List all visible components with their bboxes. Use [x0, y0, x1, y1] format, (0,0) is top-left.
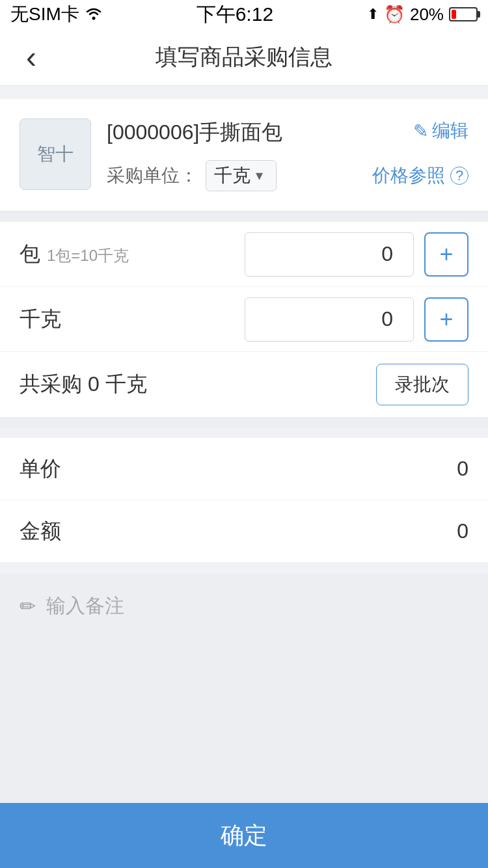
total-text: 共采购 0 千克: [20, 370, 147, 399]
product-card: 智十 [0000006]手撕面包 ✎ 编辑 采购单位： 千克 ▾ 价格参照 ?: [0, 99, 488, 211]
bag-sub-label: 1包=10千克: [47, 245, 129, 266]
bag-label-group: 包 1包=10千克: [20, 240, 150, 269]
product-logo: 智十: [37, 142, 74, 167]
section-divider-2: [0, 417, 488, 427]
amount-value: 0: [457, 519, 468, 543]
nav-bar: ‹ 填写商品采购信息: [0, 29, 488, 86]
battery-percent: 20%: [410, 5, 444, 25]
location-icon: ⬆: [367, 6, 379, 23]
svg-point-0: [92, 17, 95, 20]
plus-icon-2: +: [439, 306, 453, 333]
unit-select-dropdown[interactable]: 千克 ▾: [206, 160, 277, 191]
section-divider-1: [0, 211, 488, 222]
confirm-button[interactable]: 确定: [0, 803, 488, 868]
batch-button[interactable]: 录批次: [376, 364, 468, 405]
unit-price-value: 0: [457, 457, 468, 481]
kg-quantity-input[interactable]: [245, 297, 414, 342]
status-left: 无SIM卡: [10, 2, 103, 27]
status-right: ⬆ ⏰ 20%: [367, 5, 478, 25]
info-icon: ?: [450, 167, 468, 185]
wifi-icon: [85, 4, 103, 25]
note-placeholder-text: 输入备注: [46, 593, 124, 619]
unit-price-row: 单价 0: [0, 438, 488, 500]
plus-icon: +: [439, 241, 453, 268]
chevron-down-icon: ▾: [256, 167, 263, 184]
battery-fill: [452, 10, 456, 19]
product-image: 智十: [20, 118, 91, 190]
battery-icon: [449, 7, 478, 21]
kg-main-label: 千克: [20, 305, 61, 334]
amount-row: 金额 0: [0, 500, 488, 563]
price-section: 单价 0 金额 0: [0, 438, 488, 563]
unit-price-label: 单价: [20, 455, 61, 483]
alarm-icon: ⏰: [384, 5, 405, 25]
kg-input-right: +: [150, 297, 468, 342]
unit-value: 千克: [214, 163, 251, 188]
back-button[interactable]: ‹: [20, 33, 43, 81]
product-header: [0000006]手撕面包 ✎ 编辑: [107, 118, 468, 147]
bag-plus-button[interactable]: +: [424, 232, 468, 277]
kg-plus-button[interactable]: +: [424, 297, 468, 342]
kg-input-row: 千克 +: [0, 287, 488, 352]
product-unit-row: 采购单位： 千克 ▾ 价格参照 ?: [107, 160, 468, 191]
total-row: 共采购 0 千克 录批次: [0, 352, 488, 417]
kg-label-group: 千克: [20, 305, 150, 334]
status-time: 下午6:12: [197, 1, 273, 28]
edit-icon: ✎: [413, 120, 428, 142]
unit-label: 采购单位：: [107, 163, 198, 188]
product-name: [0000006]手撕面包: [107, 118, 282, 147]
unit-selector: 采购单位： 千克 ▾: [107, 160, 277, 191]
input-section: 包 1包=10千克 + 千克 + 共采购 0 千克 录批次: [0, 222, 488, 417]
status-bar: 无SIM卡 下午6:12 ⬆ ⏰ 20%: [0, 0, 488, 29]
bag-input-row: 包 1包=10千克 +: [0, 222, 488, 287]
product-info: [0000006]手撕面包 ✎ 编辑 采购单位： 千克 ▾ 价格参照 ?: [107, 118, 468, 191]
bag-quantity-input[interactable]: [245, 232, 414, 277]
page-title: 填写商品采购信息: [156, 42, 332, 72]
bag-main-label: 包: [20, 240, 40, 269]
note-section[interactable]: ✏ 输入备注: [0, 573, 488, 639]
carrier-text: 无SIM卡: [10, 2, 79, 27]
edit-button[interactable]: ✎ 编辑: [413, 118, 468, 143]
price-reference-button[interactable]: 价格参照 ?: [372, 163, 468, 188]
amount-label: 金额: [20, 517, 61, 546]
bag-input-right: +: [150, 232, 468, 277]
note-pencil-icon: ✏: [20, 595, 36, 617]
